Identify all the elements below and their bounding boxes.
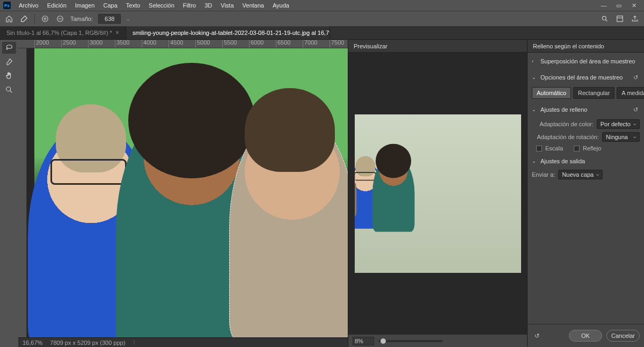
subtract-sample-icon[interactable] (55, 14, 65, 24)
brush-size-input[interactable] (98, 14, 121, 24)
document-tabs: Sin título-1 al 66,7% (Capa 1, RGB/8#) *… (0, 27, 644, 40)
zoom-tool-icon[interactable] (2, 84, 16, 96)
close-tab-icon[interactable]: × (115, 29, 119, 37)
settings-title: Relleno según el contenido (528, 40, 644, 53)
preview-zoom-slider[interactable] (378, 340, 443, 342)
menu-3d[interactable]: 3D (201, 1, 216, 10)
close-window-icon[interactable]: ✕ (627, 1, 641, 10)
menu-edicion[interactable]: Edición (43, 1, 70, 10)
color-adapt-label: Adaptación de color: (532, 121, 594, 127)
menu-vista[interactable]: Vista (217, 1, 237, 10)
workspace-icon[interactable] (615, 14, 625, 24)
cancel-button[interactable]: Cancelar (606, 330, 640, 342)
chevron-right-icon[interactable]: 〉 (133, 338, 138, 346)
preview-image (355, 114, 521, 273)
canvas-area: 2000 2500 3000 3500 4000 4500 5000 5500 … (18, 40, 348, 347)
rotation-adapt-label: Adaptación de rotación: (532, 134, 599, 140)
document-image (34, 48, 348, 333)
color-adapt-dropdown[interactable]: Por defecto (597, 119, 640, 129)
size-label: Tamaño: (70, 16, 93, 22)
preview-footer (348, 334, 527, 347)
add-sample-icon[interactable] (40, 14, 50, 24)
brush-tool-icon[interactable] (19, 14, 29, 24)
menu-imagen[interactable]: Imagen (71, 1, 99, 10)
size-dropdown-icon[interactable]: ⌄ (126, 16, 130, 21)
ps-logo-icon: Ps (3, 2, 11, 9)
search-icon[interactable] (600, 14, 610, 24)
section-output[interactable]: ⌄ Ajustes de salida (532, 156, 640, 167)
tab-label: Sin título-1 al 66,7% (Capa 1, RGB/8#) * (6, 30, 112, 36)
lasso-tool-icon[interactable] (2, 42, 16, 54)
menu-seleccion[interactable]: Selección (145, 1, 178, 10)
reset-icon[interactable]: ↺ (631, 105, 640, 114)
home-icon[interactable] (4, 14, 14, 24)
reset-icon[interactable]: ↺ (631, 73, 640, 82)
rotation-adapt-dropdown[interactable]: Ninguna (602, 132, 640, 142)
menu-capa[interactable]: Capa (99, 1, 121, 10)
chevron-down-icon: ⌄ (532, 107, 537, 112)
settings-panel: Relleno según el contenido › Superposici… (527, 40, 644, 347)
svg-point-2 (602, 16, 606, 20)
reset-all-icon[interactable]: ↺ (532, 331, 541, 341)
output-dropdown[interactable]: Nueva capa (558, 170, 603, 179)
section-fill[interactable]: ⌄ Ajustes de relleno ↺ (532, 103, 640, 116)
svg-point-4 (6, 87, 11, 91)
maximize-icon[interactable]: ▭ (612, 1, 626, 10)
tab-label: smiling-young-people-looking-at-tablet-2… (133, 30, 330, 36)
chevron-right-icon: › (532, 59, 537, 64)
ruler-horizontal: 2000 2500 3000 3500 4000 4500 5000 5500 … (18, 40, 348, 48)
chevron-down-icon: ⌄ (532, 158, 537, 164)
menu-ventana[interactable]: Ventana (239, 1, 268, 10)
preview-body[interactable] (348, 53, 527, 334)
section-sample-area[interactable]: ⌄ Opciones del área de muestreo ↺ (532, 71, 640, 84)
sample-auto-button[interactable]: Automático (532, 87, 571, 99)
output-label: Enviar a: (532, 171, 555, 178)
options-bar: Tamaño: ⌄ (0, 11, 644, 27)
preview-title: Previsualizar (348, 40, 527, 53)
ruler-vertical (18, 48, 27, 337)
menu-ayuda[interactable]: Ayuda (269, 1, 293, 10)
sample-custom-button[interactable]: A medida (617, 87, 644, 99)
preview-panel: Previsualizar (348, 40, 527, 347)
share-icon[interactable] (630, 14, 640, 24)
sample-rectangular-button[interactable]: Rectangular (573, 87, 614, 99)
mirror-checkbox[interactable]: Reflejo (574, 145, 601, 151)
minimize-icon[interactable]: — (597, 1, 611, 10)
menubar: Ps Archivo Edición Imagen Capa Texto Sel… (0, 0, 644, 11)
menu-archivo[interactable]: Archivo (15, 1, 42, 10)
person-right-selection (229, 111, 348, 337)
chevron-down-icon: ⌄ (532, 75, 537, 80)
zoom-readout: 16,67% (23, 339, 42, 346)
hand-tool-icon[interactable] (2, 70, 16, 82)
canvas[interactable] (27, 48, 348, 337)
settings-footer: ↺ OK Cancelar (528, 324, 644, 347)
svg-rect-3 (617, 16, 623, 22)
ok-button[interactable]: OK (569, 330, 602, 342)
doc-info: 7809 px x 5209 px (300 ppp) (50, 339, 125, 346)
status-bar: 16,67% 7809 px x 5209 px (300 ppp) 〉 (18, 337, 348, 347)
tab-image[interactable]: smiling-young-people-looking-at-tablet-2… (126, 26, 330, 39)
menu-texto[interactable]: Texto (122, 1, 144, 10)
tab-untitled[interactable]: Sin título-1 al 66,7% (Capa 1, RGB/8#) *… (0, 26, 126, 39)
section-overlay[interactable]: › Superposición del área de muestreo (532, 56, 640, 67)
preview-zoom-input[interactable] (353, 337, 374, 345)
tool-strip (0, 40, 18, 347)
scale-checkbox[interactable]: Escala (536, 145, 563, 151)
brush-tool-icon[interactable] (2, 56, 16, 68)
menu-filtro[interactable]: Filtro (179, 1, 200, 10)
